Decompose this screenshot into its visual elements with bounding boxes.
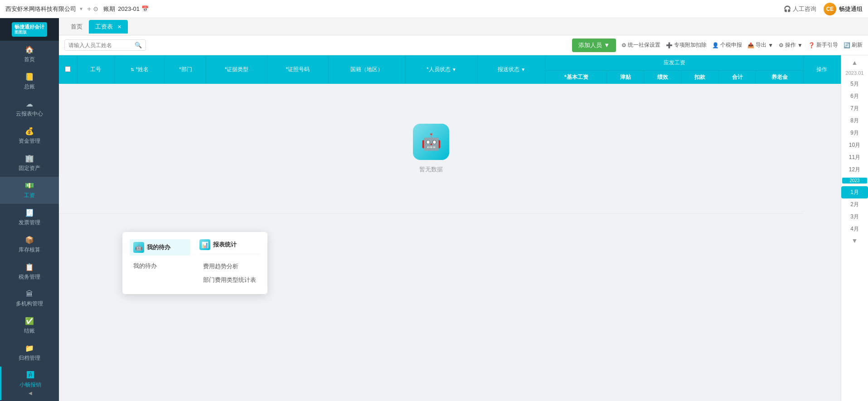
th-employee-id: 工号	[77, 55, 114, 84]
gear-icon-btn[interactable]: ⚙	[93, 5, 99, 13]
sidebar-label-invoice: 发票管理	[19, 219, 40, 227]
refresh-action[interactable]: 🔄 刷新	[844, 41, 863, 49]
sidebar-item-multi[interactable]: 🏛 多机构管理	[0, 285, 59, 312]
sidebar-label-xiaochang: 小畅报销	[19, 381, 41, 389]
tax-report-action[interactable]: 👤 个税申报	[712, 41, 742, 49]
sidebar-item-tax[interactable]: 📋 税务管理	[0, 258, 59, 285]
top-header: 西安虾米网络科技有限公司 ▼ + ⚙ 账期 2023-01 📅 🎧 人工咨询 C…	[0, 0, 868, 18]
th-deduction: 扣款	[681, 71, 718, 84]
cal-month-apr[interactable]: 4月	[841, 223, 868, 235]
cal-month-jan[interactable]: 1月	[841, 186, 868, 198]
cal-month-sep[interactable]: 9月	[841, 127, 868, 139]
cal-year-section: 2023	[841, 176, 868, 186]
social-security-action[interactable]: ⚙ 统一社保设置	[621, 41, 660, 49]
search-box: 🔍	[64, 39, 146, 51]
popup-section-todo: 🤖 我的待办 我的待办	[130, 239, 190, 287]
archive-icon: 📁	[25, 344, 34, 353]
tab-home[interactable]: 首页	[64, 20, 89, 34]
table-calendar-wrapper: 工号 ⇅ *姓名 *部门 *证据类型 *证照号码 国籍（地区） *人员状态 ▼ …	[59, 55, 868, 401]
multi-icon: 🏛	[26, 290, 33, 298]
sidebar-item-asset[interactable]: 🏢 固定资产	[0, 150, 59, 177]
cal-month-mar[interactable]: 3月	[841, 211, 868, 223]
th-total: 合计	[719, 71, 756, 84]
search-input[interactable]	[68, 42, 132, 48]
cal-month-dec[interactable]: 12月	[841, 164, 868, 176]
cal-month-feb[interactable]: 2月	[841, 198, 868, 211]
calendar-nav-down[interactable]: ▼	[841, 235, 868, 246]
chevron-down-icon[interactable]: ▼	[79, 6, 83, 11]
export-arrow: ▼	[768, 42, 773, 48]
sidebar-item-ledger[interactable]: 📒 总账	[0, 68, 59, 95]
add-icon-btn[interactable]: +	[87, 5, 91, 13]
logo-line2: 图图版	[15, 30, 44, 35]
sidebar-label-inventory: 库存核算	[19, 246, 40, 254]
operation-arrow: ▼	[797, 42, 803, 48]
empty-state: 暂无数据	[63, 87, 799, 210]
sidebar-label-asset: 固定资产	[19, 164, 40, 172]
sidebar-label-multi: 多机构管理	[16, 300, 43, 308]
cal-month-jun[interactable]: 6月	[841, 90, 868, 102]
user-name: 畅捷通组	[839, 5, 863, 13]
checkout-icon: ✅	[25, 317, 34, 325]
company-name[interactable]: 西安虾米网络科技有限公司	[5, 5, 76, 13]
sidebar-item-xiaochang[interactable]: 🅰 小畅报销 ◀	[0, 367, 59, 400]
tax-icon: 📋	[25, 263, 34, 271]
avatar: CE	[824, 3, 836, 15]
cal-month-nov[interactable]: 11月	[841, 151, 868, 164]
tax-report-icon: 👤	[712, 42, 719, 48]
calendar-icon[interactable]: 📅	[141, 5, 149, 12]
sidebar-item-invoice[interactable]: 🧾 发票管理	[0, 204, 59, 231]
cal-month-oct[interactable]: 10月	[841, 139, 868, 151]
th-id-type: *证据类型	[206, 55, 267, 84]
guide-action-label: 新手引导	[816, 41, 838, 49]
th-pension: 养老金	[756, 71, 803, 84]
th-name[interactable]: ⇅ *姓名	[114, 55, 165, 84]
add-person-button[interactable]: 添加人员 ▼	[572, 39, 616, 52]
guide-action-icon: ❓	[808, 42, 815, 48]
operation-action[interactable]: ⚙ 操作 ▼	[779, 41, 803, 49]
sidebar-label-home: 首页	[24, 56, 35, 63]
calendar-panel: ▲ 2023.01 5月 6月 7月 8月 9月 10月 11月 12月 202…	[841, 55, 868, 401]
avatar-initials: CE	[826, 6, 834, 12]
th-status[interactable]: *人员状态 ▼	[405, 55, 477, 84]
sidebar-item-archive[interactable]: 📁 归档管理	[0, 339, 59, 367]
guide-action[interactable]: ❓ 新手引导	[808, 41, 838, 49]
special-deduction-action[interactable]: ➕ 专项附加扣除	[666, 41, 707, 49]
select-all-checkbox[interactable]	[65, 66, 71, 72]
popup-item-my-todo[interactable]: 我的待办	[130, 259, 190, 273]
sidebar-item-cloud[interactable]: ☁ 云报表中心	[0, 95, 59, 122]
service-button[interactable]: 🎧 人工咨询	[784, 5, 816, 13]
user-info[interactable]: CE 畅捷通组	[824, 3, 863, 15]
add-person-label: 添加人员	[578, 41, 602, 49]
cal-month-aug[interactable]: 8月	[841, 115, 868, 127]
th-department: *部门	[165, 55, 206, 84]
sidebar-item-home[interactable]: 🏠 首页	[0, 41, 59, 68]
sidebar-item-fund[interactable]: 💰 资金管理	[0, 122, 59, 150]
sidebar-label-archive: 归档管理	[19, 354, 40, 362]
th-submit-status[interactable]: 报送状态 ▼	[477, 55, 545, 84]
tab-close-icon[interactable]: ✕	[117, 24, 121, 29]
status-filter-icon: ▼	[452, 67, 456, 72]
content-area: 首页 工资表 ✕ 🔍 添加人员 ▼ ⚙ 统一社保设置	[59, 18, 868, 401]
search-icon[interactable]: 🔍	[135, 42, 142, 48]
sidebar-item-inventory[interactable]: 📦 库存核算	[0, 231, 59, 258]
popup-sections: 🤖 我的待办 我的待办 📊 报表统计 费用趋势分析 部门费用类型统计表	[130, 239, 260, 287]
calendar-nav-up[interactable]: ▲	[841, 57, 868, 68]
popup-section-report: 📊 报表统计 费用趋势分析 部门费用类型统计表	[199, 239, 260, 287]
popup-item-trend[interactable]: 费用趋势分析	[199, 260, 260, 273]
special-deduction-label: 专项附加扣除	[674, 41, 707, 49]
popup-item-dept-stats[interactable]: 部门费用类型统计表	[199, 273, 260, 287]
popup-section-todo-title: 🤖 我的待办	[130, 239, 190, 256]
logo-area: 畅捷通好会计 图图版	[0, 18, 59, 41]
social-security-label: 统一社保设置	[628, 41, 660, 49]
sidebar-label-fund: 资金管理	[19, 137, 40, 145]
empty-row: 暂无数据	[59, 84, 841, 214]
cal-month-jul[interactable]: 7月	[841, 102, 868, 115]
operation-icon: ⚙	[779, 42, 784, 48]
sidebar-item-wage[interactable]: 💵 工资	[0, 177, 59, 204]
export-action[interactable]: 📤 导出 ▼	[747, 41, 773, 49]
cal-month-may[interactable]: 5月	[841, 78, 868, 90]
th-checkbox[interactable]	[59, 55, 77, 84]
sidebar-item-checkout[interactable]: ✅ 结账	[0, 312, 59, 339]
tab-wage[interactable]: 工资表 ✕	[89, 20, 128, 34]
